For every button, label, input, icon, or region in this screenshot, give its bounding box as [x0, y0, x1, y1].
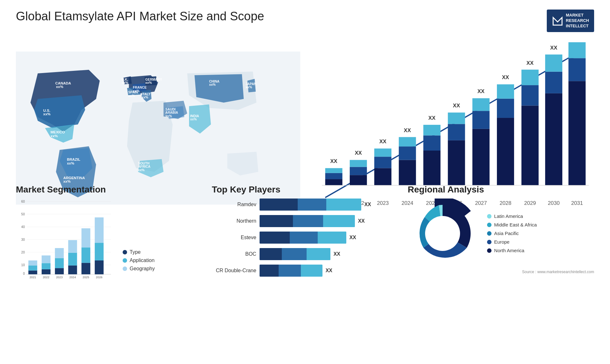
japan-val: xx%	[246, 85, 252, 89]
bar-2027-label: XX	[478, 88, 485, 94]
page-title: Global Etamsylate API Market Size and Sc…	[16, 10, 264, 23]
mexico-val: xx%	[51, 134, 58, 138]
svg-rect-10	[423, 151, 440, 185]
player-name-esteve: Esteve	[212, 235, 256, 240]
player-bar-ramdev: XX	[260, 199, 398, 211]
svg-rect-7	[399, 160, 416, 185]
boc-seg2	[282, 248, 307, 260]
bar-2024-label: XX	[404, 127, 411, 133]
svg-rect-25	[545, 93, 562, 185]
player-bar-boc: XX	[260, 248, 398, 260]
svg-rect-56	[55, 248, 64, 258]
reg-item-na: North America	[487, 248, 537, 253]
player-bar-esteve: XX	[260, 232, 398, 244]
svg-rect-9	[399, 137, 416, 146]
segmentation-title: Market Segmentation	[16, 185, 202, 195]
player-row-cr: CR Double-Crane XX	[212, 265, 398, 277]
esteve-seg1	[260, 232, 290, 244]
bar-2022-seg1	[350, 175, 367, 185]
bar-2022-seg2	[350, 167, 367, 175]
brazil-label: BRAZIL	[67, 158, 80, 161]
svg-text:10: 10	[21, 263, 25, 266]
apac-label: Asia Pacific	[494, 231, 519, 236]
donut-chart-svg	[408, 199, 478, 268]
type-dot	[123, 250, 127, 254]
svg-rect-62	[81, 263, 90, 274]
svg-rect-58	[68, 265, 77, 274]
logo-text: MARKET RESEARCH INTELLECT	[566, 13, 589, 29]
reg-item-mea: Middle East & Africa	[487, 222, 537, 227]
svg-rect-68	[95, 217, 104, 243]
svg-text:2022: 2022	[43, 275, 50, 279]
mea-dot	[487, 223, 491, 227]
page-container: Global Etamsylate API Market Size and Sc…	[0, 0, 610, 364]
app-dot	[123, 258, 127, 263]
svg-rect-17	[472, 111, 490, 129]
svg-rect-48	[28, 260, 37, 266]
boc-seg3	[307, 248, 330, 260]
svg-rect-66	[95, 260, 104, 274]
esteve-val: XX	[349, 235, 356, 240]
svg-rect-23	[521, 85, 539, 105]
svg-rect-16	[472, 129, 490, 185]
mea-label: Middle East & Africa	[494, 222, 537, 227]
svg-rect-60	[68, 240, 77, 253]
boc-val: XX	[334, 251, 340, 257]
bar-2021-seg3	[325, 168, 342, 173]
argentina-label: ARGENTINA	[63, 176, 85, 180]
svg-rect-59	[68, 253, 77, 266]
germany-val: xx%	[145, 81, 152, 84]
svg-text:2026: 2026	[96, 275, 103, 279]
canada-label: CANADA	[55, 81, 71, 85]
donut-hole	[425, 216, 460, 251]
regional-title: Regional Analysis	[408, 185, 594, 195]
svg-rect-52	[42, 255, 51, 263]
bar-2021-seg2	[325, 173, 342, 179]
cr-seg2	[279, 265, 301, 277]
bar-2021-label: XX	[330, 158, 337, 164]
svg-rect-11	[423, 135, 440, 151]
svg-rect-20	[497, 98, 514, 118]
svg-rect-64	[81, 228, 90, 247]
na-dot	[487, 248, 491, 253]
svg-rect-24	[521, 70, 539, 85]
player-name-boc: BOC	[212, 251, 256, 257]
player-row-esteve: Esteve XX	[212, 232, 398, 244]
northern-seg3	[323, 215, 355, 227]
svg-text:2021: 2021	[30, 275, 36, 279]
svg-rect-50	[42, 269, 51, 274]
reg-item-latam: Latin America	[487, 213, 537, 219]
player-row-northern: Northern XX	[212, 215, 398, 227]
player-row-ramdev: Ramdev XX	[212, 199, 398, 211]
svg-rect-67	[95, 243, 104, 260]
svg-text:50: 50	[21, 212, 25, 216]
regional-section: Regional Analysis	[408, 185, 594, 281]
player-name-northern: Northern	[212, 218, 256, 224]
northern-val: XX	[358, 218, 365, 224]
northern-seg1	[260, 215, 293, 227]
svg-rect-47	[28, 265, 37, 270]
ramdev-seg1	[260, 199, 298, 211]
player-name-ramdev: Ramdev	[212, 202, 256, 207]
svg-rect-6	[374, 148, 391, 157]
svg-rect-30	[568, 42, 586, 58]
ramdev-val: XX	[364, 202, 371, 207]
argentina-val: xx%	[63, 179, 71, 183]
legend-type: Type	[123, 249, 155, 255]
svg-text:2023: 2023	[56, 275, 63, 279]
svg-text:60: 60	[21, 200, 25, 203]
bar-2026-label: XX	[453, 102, 460, 108]
us-val: xx%	[43, 112, 51, 116]
bar-2030-label: XX	[550, 45, 557, 51]
svg-rect-5	[374, 157, 391, 168]
spain-val: xx%	[128, 94, 135, 97]
player-row-boc: BOC XX	[212, 248, 398, 260]
logo-icon	[552, 15, 563, 26]
svg-rect-12	[423, 125, 440, 135]
players-section: Top Key Players Ramdev XX	[212, 185, 398, 281]
svg-marker-0	[553, 17, 562, 25]
reg-item-europe: Europe	[487, 239, 537, 245]
china-val: xx%	[209, 83, 216, 86]
svg-rect-8	[399, 146, 416, 160]
player-bar-northern: XX	[260, 215, 398, 227]
